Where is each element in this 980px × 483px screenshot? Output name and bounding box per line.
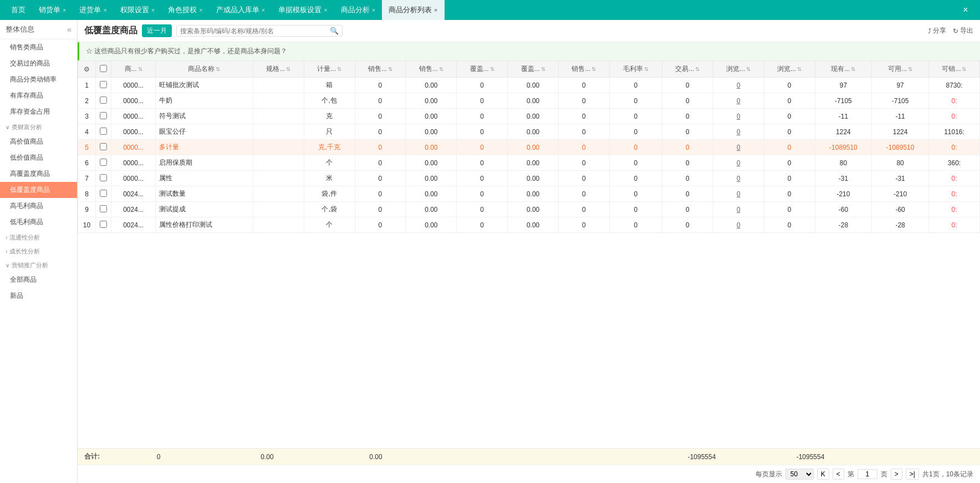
row-checkbox[interactable] xyxy=(100,128,107,135)
cell-checkbox[interactable] xyxy=(96,93,111,109)
col-cover1[interactable]: 覆盖...⇅ xyxy=(457,61,508,78)
cell-checkbox[interactable] xyxy=(96,186,111,202)
cell-browse1[interactable]: 0 xyxy=(713,155,764,171)
prev-page-button[interactable]: < xyxy=(833,469,844,480)
cell-available: 97 xyxy=(872,78,929,93)
nav-product-analysis[interactable]: 商品分析 × xyxy=(334,0,382,20)
nav-product-entry[interactable]: 产成品入库单 × xyxy=(210,0,272,20)
search-input[interactable] xyxy=(180,27,330,35)
col-current[interactable]: 现有...⇅ xyxy=(815,61,872,78)
cell-browse1[interactable]: 0 xyxy=(713,78,764,93)
sidebar-item-in-stock[interactable]: 有库存商品 xyxy=(0,88,77,104)
row-checkbox[interactable] xyxy=(100,159,107,166)
sidebar-item-all-goods[interactable]: 全部商品 xyxy=(0,272,77,288)
cell-checkbox[interactable] xyxy=(96,78,111,93)
window-close-button[interactable]: × xyxy=(956,0,976,20)
col-sales-qty[interactable]: 销售...⇅ xyxy=(355,61,406,78)
cell-browse1[interactable]: 0 xyxy=(713,202,764,217)
col-sales-amt[interactable]: 销售...⇅ xyxy=(406,61,457,78)
sidebar-item-sales-goods[interactable]: 销售类商品 xyxy=(0,39,77,55)
col-sales3[interactable]: 销售...⇅ xyxy=(559,61,610,78)
sidebar-item-category-rate[interactable]: 商品分类动销率 xyxy=(0,72,77,88)
sidebar-collapse-icon[interactable]: « xyxy=(67,25,72,34)
cell-browse1[interactable]: 0 xyxy=(713,171,764,186)
col-unit[interactable]: 计量...⇅ xyxy=(304,61,355,78)
nav-permission-close[interactable]: × xyxy=(151,7,155,13)
col-settings[interactable]: ⚙ xyxy=(78,61,96,78)
share-button[interactable]: ⤴ 分享 xyxy=(928,26,946,35)
col-gross[interactable]: 毛利率⇅ xyxy=(609,61,662,78)
sidebar-section-flow[interactable]: › 流通性分析 xyxy=(0,230,77,244)
cell-browse1[interactable]: 0 xyxy=(713,217,764,233)
sidebar-header[interactable]: 整体信息 « xyxy=(0,20,77,39)
last-page-button[interactable]: >| xyxy=(906,469,919,480)
sidebar-item-new-goods[interactable]: 新品 xyxy=(0,288,77,304)
nav-sales-close[interactable]: × xyxy=(63,7,66,13)
cell-checkbox[interactable] xyxy=(96,217,111,233)
cell-browse1[interactable]: 0 xyxy=(713,109,764,124)
nav-template-close[interactable]: × xyxy=(324,7,327,13)
cell-browse1[interactable]: 0 xyxy=(713,186,764,202)
cell-checkbox[interactable] xyxy=(96,202,111,217)
sidebar-item-low-value[interactable]: 低价值商品 xyxy=(0,150,77,166)
nav-template[interactable]: 单据模板设置 × xyxy=(272,0,334,20)
per-page-select[interactable]: 50 100 200 xyxy=(785,469,814,480)
first-page-button[interactable]: K xyxy=(817,469,829,480)
row-checkbox[interactable] xyxy=(100,112,107,119)
sidebar-section-wealth[interactable]: ∨ 类财富分析 xyxy=(0,120,77,134)
sidebar-item-high-gross[interactable]: 高毛利商品 xyxy=(0,198,77,214)
col-available[interactable]: 可用...⇅ xyxy=(872,61,929,78)
time-filter-month[interactable]: 近一月 xyxy=(142,24,172,37)
sidebar-item-high-coverage[interactable]: 高覆盖度商品 xyxy=(0,166,77,182)
row-checkbox[interactable] xyxy=(100,81,107,88)
table-row: 3 0000... 符号测试 克 0 0.00 0 0.00 0 0 0 0 0… xyxy=(78,109,980,124)
sidebar-item-stock-capital[interactable]: 库存资金占用 xyxy=(0,104,77,120)
nav-sales[interactable]: 销货单 × xyxy=(32,0,73,20)
col-saleable[interactable]: 可销...⇅ xyxy=(928,61,979,78)
nav-product-analysis-close[interactable]: × xyxy=(372,7,375,13)
nav-permission[interactable]: 权限设置 × xyxy=(114,0,161,20)
nav-purchase[interactable]: 进货单 × xyxy=(73,0,113,20)
cell-checkbox[interactable] xyxy=(96,171,111,186)
cell-browse1[interactable]: 0 xyxy=(713,93,764,109)
row-checkbox[interactable] xyxy=(100,96,107,104)
page-number-input[interactable] xyxy=(858,469,877,479)
nav-role-close[interactable]: × xyxy=(199,7,202,13)
col-checkbox[interactable] xyxy=(96,61,111,78)
select-all-checkbox[interactable] xyxy=(100,65,107,72)
sidebar-item-low-gross[interactable]: 低毛利商品 xyxy=(0,214,77,230)
nav-purchase-close[interactable]: × xyxy=(103,7,106,13)
sidebar-item-traded-goods[interactable]: 交易过的商品 xyxy=(0,55,77,72)
col-cover2[interactable]: 覆盖...⇅ xyxy=(508,61,559,78)
next-page-button[interactable]: > xyxy=(891,469,902,480)
row-checkbox[interactable] xyxy=(100,174,107,181)
nav-role[interactable]: 角色授权 × xyxy=(161,0,209,20)
sidebar-section-marketing[interactable]: ∨ 营销推广分析 xyxy=(0,258,77,272)
cell-checkbox[interactable] xyxy=(96,140,111,155)
col-browse2[interactable]: 浏览...⇅ xyxy=(764,61,815,78)
nav-product-analysis-list[interactable]: 商品分析列表 × xyxy=(382,0,444,20)
nav-product-analysis-list-close[interactable]: × xyxy=(434,7,437,13)
cell-checkbox[interactable] xyxy=(96,109,111,124)
cell-checkbox[interactable] xyxy=(96,155,111,171)
col-code[interactable]: 商...⇅ xyxy=(111,61,156,78)
col-trade[interactable]: 交易...⇅ xyxy=(662,61,713,78)
cell-browse1[interactable]: 0 xyxy=(713,140,764,155)
row-checkbox[interactable] xyxy=(100,221,107,228)
export-button[interactable]: ↻ 导出 xyxy=(953,26,973,35)
row-checkbox[interactable] xyxy=(100,190,107,197)
sidebar-section-growth[interactable]: › 成长性分析 xyxy=(0,244,77,258)
col-spec[interactable]: 规格...⇅ xyxy=(253,61,304,78)
cell-browse1[interactable]: 0 xyxy=(713,124,764,140)
nav-home[interactable]: 首页 xyxy=(4,0,32,20)
cell-sales3: 0 xyxy=(559,124,610,140)
col-name[interactable]: 商品名称⇅ xyxy=(156,61,253,78)
row-checkbox[interactable] xyxy=(100,205,107,212)
cell-checkbox[interactable] xyxy=(96,124,111,140)
sidebar-item-high-value[interactable]: 高价值商品 xyxy=(0,134,77,150)
row-checkbox[interactable] xyxy=(100,143,107,150)
col-browse1[interactable]: 浏览...⇅ xyxy=(713,61,764,78)
sidebar-item-low-coverage[interactable]: 低覆盖度商品 xyxy=(0,182,77,198)
nav-product-entry-close[interactable]: × xyxy=(262,7,265,13)
table-container[interactable]: ⚙ 商...⇅ 商品名称⇅ 规格...⇅ 计量...⇅ 销售...⇅ 销售...… xyxy=(78,60,980,448)
